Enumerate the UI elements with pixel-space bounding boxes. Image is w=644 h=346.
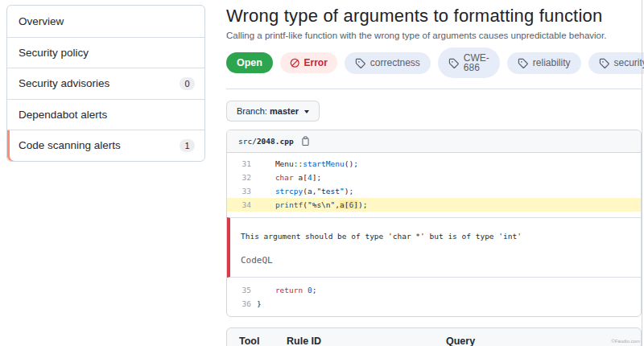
severity-badge-label: Error — [303, 58, 327, 68]
sidebar-item-label: Code scanning alerts — [19, 139, 180, 151]
code-line-33: 33 strcpy(a,"test"); — [227, 184, 641, 198]
code-text: char a[4]; — [257, 171, 321, 184]
details-column-rule-id: Rule IDcpp/wrong-type-format-argument — [287, 336, 446, 346]
sidebar-item-label: Overview — [19, 15, 195, 27]
copy-icon[interactable] — [301, 136, 310, 146]
sidebar-item-overview[interactable]: Overview — [7, 6, 204, 37]
severity-badge-error: Error — [280, 52, 337, 74]
tag-icon — [448, 58, 459, 68]
code-scanning-alert-page: OverviewSecurity policySecurity advisori… — [0, 0, 644, 346]
branch-selector-text: Branch: master — [237, 106, 299, 116]
tag-badge-security[interactable]: security — [588, 52, 644, 74]
scrollbar-edge — [642, 0, 643, 346]
security-sidebar: OverviewSecurity policySecurity advisori… — [6, 5, 205, 162]
details-header: Query — [446, 336, 498, 346]
tag-icon — [518, 58, 528, 68]
tag-label: security — [614, 58, 644, 68]
count-badge: 0 — [180, 77, 195, 90]
tag-badge-cwe-686[interactable]: CWE-686 — [438, 47, 500, 78]
sidebar-item-code-scanning-alerts[interactable]: Code scanning alerts1 — [7, 130, 204, 161]
code-snippet: src/2048.cpp 31 Menu::startMenu();32 cha… — [226, 130, 642, 317]
circle-slash-icon — [290, 58, 300, 68]
count-badge: 1 — [180, 139, 195, 152]
file-path: src/2048.cpp — [238, 137, 294, 146]
tag-badge-correctness[interactable]: correctness — [345, 52, 431, 74]
tag-icon — [355, 58, 365, 68]
chevron-down-icon — [304, 110, 309, 113]
badge-row: Open Error correctnessCWE-686reliability… — [226, 47, 642, 78]
line-number: 36 — [227, 297, 251, 311]
details-header: Rule ID — [287, 336, 446, 346]
main-content: Wrong type of arguments to formatting fu… — [205, 5, 644, 346]
annotation-tool-name: CodeQL — [241, 253, 628, 267]
sidebar-item-label: Dependabot alerts — [19, 109, 195, 121]
tag-label: reliability — [533, 58, 571, 68]
code-file-header: src/2048.cpp — [227, 130, 641, 153]
alert-description: Calling a printf-like function with the … — [226, 30, 642, 42]
branch-selector[interactable]: Branch: master — [226, 101, 320, 122]
section-divider — [226, 89, 642, 89]
details-header: Tool — [239, 336, 287, 346]
details-column-tool: ToolCodeQL — [239, 336, 287, 346]
code-text: printf("%s\n",a[6]); — [257, 198, 367, 212]
code-line-32: 32 char a[4]; — [227, 171, 641, 184]
line-number: 32 — [227, 171, 251, 184]
code-text: Menu::startMenu(); — [257, 157, 358, 171]
status-badge-open: Open — [226, 52, 273, 73]
annotation-message: This argument should be of type 'char *'… — [241, 229, 628, 243]
sidebar-item-label: Security advisories — [19, 77, 180, 89]
details-column-query: QueryView source — [446, 336, 498, 346]
sidebar-item-dependabot-alerts[interactable]: Dependabot alerts — [7, 99, 204, 130]
code-line-34: 34 printf("%s\n",a[6]); — [227, 198, 641, 212]
codeql-annotation: This argument should be of type 'char *'… — [227, 217, 641, 278]
watermark: ©Faudio.com — [611, 339, 640, 344]
alert-details-table: ToolCodeQLRule IDcpp/wrong-type-format-a… — [226, 327, 642, 346]
code-line-35: 35 return 0; — [227, 283, 641, 297]
line-number: 31 — [227, 157, 251, 171]
line-number: 34 — [227, 198, 251, 212]
code-line-36: 36} — [227, 297, 641, 311]
line-number: 35 — [227, 283, 251, 297]
code-text: return 0; — [257, 283, 316, 297]
line-number: 33 — [227, 184, 251, 198]
sidebar-item-security-policy[interactable]: Security policy — [7, 37, 204, 68]
sidebar-item-label: Security policy — [19, 47, 195, 59]
tag-label: correctness — [370, 58, 420, 68]
code-text: } — [257, 297, 262, 311]
tag-icon — [599, 58, 609, 68]
page-title: Wrong type of arguments to formatting fu… — [226, 5, 642, 27]
sidebar-item-security-advisories[interactable]: Security advisories0 — [7, 68, 204, 99]
tag-badge-reliability[interactable]: reliability — [507, 52, 581, 74]
code-text: strcpy(a,"test"); — [257, 184, 353, 198]
tag-label: CWE-686 — [464, 53, 489, 72]
code-line-31: 31 Menu::startMenu(); — [227, 157, 641, 171]
